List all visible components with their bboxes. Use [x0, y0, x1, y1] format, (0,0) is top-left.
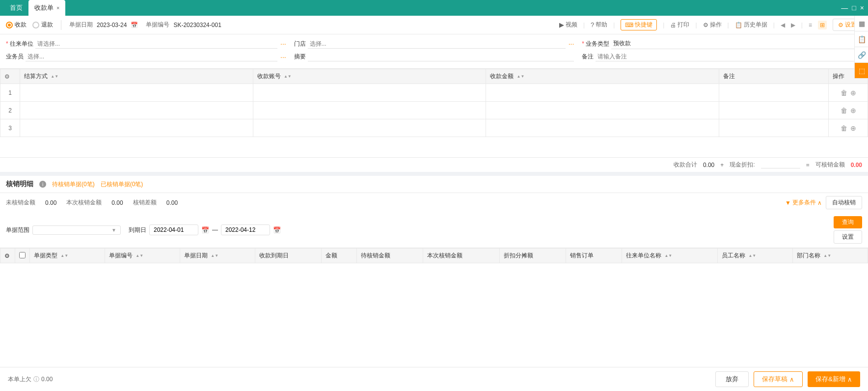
vth-current-amount: 本次核销金额 — [423, 249, 499, 263]
more-conditions-link[interactable]: ▼ 更多条件 ∧ — [785, 198, 822, 207]
nav-next-icon[interactable]: ▶ — [791, 22, 795, 28]
sort-icon-vstaff: ▲▼ — [748, 253, 756, 258]
row-account-3[interactable] — [253, 119, 486, 137]
query-button[interactable]: 查询 — [834, 216, 862, 228]
radio-refund[interactable]: 退款 — [32, 21, 53, 29]
partner-field: 往来单位 ··· — [6, 39, 286, 49]
shop-more-icon[interactable]: ··· — [569, 40, 574, 48]
range-select[interactable]: ▼ — [32, 225, 121, 235]
save-new-button[interactable]: 保存&新增 ∧ — [808, 371, 860, 387]
sidebar-link-icon[interactable]: 🔗 — [855, 47, 868, 63]
note-input[interactable] — [596, 52, 862, 61]
nav-prev-icon[interactable]: ◀ — [781, 22, 785, 28]
row-delete-icon-3[interactable]: 🗑 — [841, 124, 847, 132]
video-link[interactable]: ▶ 视频 — [559, 21, 577, 29]
footer-info-icon[interactable]: ⓘ — [33, 375, 39, 384]
sort-icon-amount: ▲▼ — [517, 74, 525, 79]
staff-more-icon[interactable]: ··· — [280, 53, 286, 61]
row-delete-icon-2[interactable]: 🗑 — [841, 107, 847, 114]
form-row-2: 业务员 ··· 摘要 备注 — [6, 52, 862, 61]
row-remark-1[interactable] — [719, 84, 828, 102]
row-amount-1[interactable] — [486, 84, 719, 102]
doc-num-value: SK-20230324-001 — [173, 22, 221, 28]
partner-input[interactable] — [35, 39, 277, 49]
discount-input[interactable] — [761, 161, 800, 168]
row-payment-1[interactable] — [20, 84, 253, 102]
tab-home[interactable]: 首页 — [4, 0, 28, 16]
footer-bar: 本单上欠 ⓘ 0.00 放弃 保存草稿 ∧ 保存&新增 ∧ — [0, 367, 868, 391]
auto-verify-button[interactable]: 自动核销 — [826, 196, 862, 209]
row-remark-2[interactable] — [719, 102, 828, 119]
close-icon[interactable]: × — [860, 4, 864, 12]
diff-label: 核销差额 — [133, 198, 157, 207]
operation-link[interactable]: ⚙ 操作 — [703, 21, 722, 29]
total-value: 0.00 — [703, 162, 714, 168]
table-row: 2 🗑 ⊕ — [0, 102, 868, 119]
vth-discount: 折扣分摊额 — [499, 249, 566, 263]
row-payment-2[interactable] — [20, 102, 253, 119]
vtable-settings-icon[interactable]: ⚙ — [4, 252, 10, 259]
date-from-input[interactable] — [149, 224, 198, 235]
filter-row: 单据范围 ▼ 到期日 📅 — 📅 查询 设置 — [0, 212, 868, 248]
row-delete-icon-1[interactable]: 🗑 — [841, 89, 847, 97]
row-account-2[interactable] — [253, 102, 486, 119]
shortcut-link[interactable]: ⌨ 快捷键 — [621, 19, 657, 30]
row-remark-3[interactable] — [719, 119, 828, 137]
history-icon: 📋 — [735, 22, 742, 28]
form-row-1: 往来单位 ··· 门店 ··· 业务类型 预收款 ▼ — [6, 38, 862, 49]
verify-info-icon[interactable]: i — [39, 181, 46, 188]
biz-type-label: 业务类型 — [582, 40, 609, 48]
minimize-icon[interactable]: — — [841, 4, 848, 12]
calendar-icon[interactable]: 📅 — [131, 22, 138, 28]
row-num-2: 2 — [0, 102, 20, 119]
table-settings-icon[interactable]: ⚙ — [4, 73, 10, 80]
discard-button[interactable]: 放弃 — [715, 371, 749, 387]
row-copy-icon-1[interactable]: ⊕ — [850, 89, 856, 97]
pending-tab-link[interactable]: 待核销单据(0笔) — [52, 180, 95, 189]
verify-section: 核销明细 i 待核销单据(0笔) 已核销单据(0笔) 未核销金额 0.00 本次… — [0, 176, 868, 263]
row-payment-3[interactable] — [20, 119, 253, 137]
history-link[interactable]: 📋 历史单据 — [735, 21, 767, 29]
date-to-input[interactable] — [221, 224, 270, 235]
window-controls: — □ × — [841, 4, 864, 12]
remark-input[interactable] — [308, 52, 574, 61]
layout-grid-icon[interactable]: ⊞ — [818, 21, 827, 29]
shop-input[interactable] — [308, 39, 566, 49]
staff-input[interactable] — [26, 52, 277, 61]
payment-table-wrapper: ⚙ 结算方式 ▲▼ 收款账号 ▲▼ 收款金额 ▲▼ — [0, 69, 868, 157]
tab-close-icon[interactable]: × — [56, 5, 59, 11]
vth-staff-name: 员工名称 ▲▼ — [718, 249, 793, 263]
sidebar-clipboard-icon[interactable]: 📋 — [855, 31, 868, 47]
table-header: ⚙ 结算方式 ▲▼ 收款账号 ▲▼ 收款金额 ▲▼ — [0, 69, 868, 84]
done-tab-link[interactable]: 已核销单据(0笔) — [101, 180, 143, 189]
row-account-1[interactable] — [253, 84, 486, 102]
print-link[interactable]: 🖨 打印 — [670, 21, 689, 29]
save-draft-button[interactable]: 保存草稿 ∧ — [754, 371, 803, 387]
sidebar-frame-icon[interactable]: ⬚ — [855, 63, 868, 79]
filter-setting-button[interactable]: 设置 — [834, 230, 862, 244]
save-draft-arrow-icon: ∧ — [789, 376, 794, 383]
cal-from-icon[interactable]: 📅 — [201, 226, 209, 234]
row-copy-icon-2[interactable]: ⊕ — [850, 107, 856, 114]
radio-collection[interactable]: 收款 — [6, 21, 27, 29]
partner-more-icon[interactable]: ··· — [280, 40, 286, 48]
verify-table-wrapper: ⚙ 单据类型 ▲▼ 单据编号 ▲▼ — [0, 248, 868, 263]
layout-list-icon[interactable]: ≡ — [809, 22, 812, 28]
help-link[interactable]: ? 帮助 — [591, 21, 607, 29]
this-doc-label: 本单上欠 — [8, 375, 31, 384]
select-all-checkbox[interactable] — [19, 252, 26, 258]
row-amount-3[interactable] — [486, 119, 719, 137]
row-amount-2[interactable] — [486, 102, 719, 119]
receipt-type-radio-group: 收款 退款 — [6, 21, 53, 29]
biz-type-select[interactable]: 预收款 ▼ — [611, 38, 862, 49]
note-field: 备注 — [582, 52, 862, 61]
tab-current[interactable]: 收款单 × — [28, 0, 65, 16]
footer-value: 0.00 — [41, 376, 53, 383]
staff-field: 业务员 ··· — [6, 52, 286, 61]
partner-label: 往来单位 — [6, 40, 33, 48]
maximize-icon[interactable]: □ — [852, 4, 856, 12]
date-separator: — — [212, 226, 218, 233]
row-copy-icon-3[interactable]: ⊕ — [850, 124, 856, 132]
cal-to-icon[interactable]: 📅 — [273, 226, 281, 234]
sidebar-table-icon[interactable]: ▦ — [855, 16, 868, 31]
